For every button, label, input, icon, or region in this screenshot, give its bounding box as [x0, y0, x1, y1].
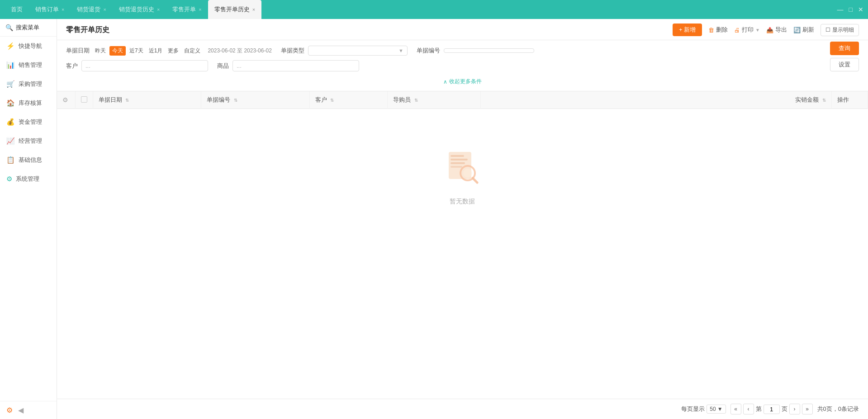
- export-icon: 📤: [766, 27, 773, 33]
- sidebar-item-sales-mgmt[interactable]: 📊 销售管理: [0, 56, 57, 75]
- content-area: 零售开单历史 + 新增 🗑 删除 🖨 打印 ▼ 📤 导出: [57, 19, 868, 419]
- settings-button[interactable]: 设置: [830, 58, 859, 71]
- export-button[interactable]: 📤 导出: [766, 26, 787, 34]
- product-label: 商品: [217, 62, 229, 70]
- guide-sort-icon[interactable]: ⇅: [414, 98, 418, 103]
- data-table: ⚙ 单据日期 ⇅ 单据编号 ⇅: [57, 91, 868, 242]
- tab-sales-order[interactable]: 销售订单 ×: [29, 0, 71, 19]
- customer-sort-icon[interactable]: ⇅: [330, 98, 334, 103]
- svg-rect-4: [451, 166, 462, 168]
- select-all-checkbox[interactable]: [81, 96, 87, 103]
- tab-retail-open-history[interactable]: 零售开单历史 ×: [208, 0, 261, 19]
- empty-text: 暂无数据: [450, 198, 475, 206]
- th-settings: ⚙: [57, 91, 75, 109]
- sidebar-item-basic-info[interactable]: 📋 基础信息: [0, 151, 57, 169]
- tab-sales-return-history[interactable]: 销货退货历史 ×: [113, 0, 166, 19]
- date-btn-more[interactable]: 更多: [166, 46, 180, 56]
- finance-icon: 💰: [6, 118, 15, 126]
- sidebar-item-system[interactable]: ⚙ 系统管理: [0, 169, 57, 188]
- sidebar-item-inventory[interactable]: 🏠 库存核算: [0, 94, 57, 113]
- tab-close-retail-open-history[interactable]: ×: [252, 7, 255, 12]
- th-customer: 客户 ⇅: [309, 91, 387, 109]
- sidebar-item-operations[interactable]: 📈 经营管理: [0, 132, 57, 151]
- date-btn-custom[interactable]: 自定义: [182, 46, 202, 56]
- sidebar-item-finance[interactable]: 💰 资金管理: [0, 113, 57, 132]
- collapse-btn[interactable]: ∧ 收起更多条件: [441, 76, 484, 87]
- search-icon: 🔍: [5, 24, 13, 31]
- print-button[interactable]: 🖨 打印 ▼: [734, 26, 760, 34]
- delete-button[interactable]: 🗑 删除: [708, 26, 728, 34]
- add-button[interactable]: + 新增: [673, 24, 702, 36]
- sidebar-item-label: 资金管理: [19, 118, 42, 126]
- doc-type-select[interactable]: ▼: [308, 46, 408, 56]
- main-layout: 🔍 搜索菜单 ⚡ 快捷导航 📊 销售管理 🛒 采购管理 🏠 库存核算 💰: [0, 19, 868, 419]
- customer-input[interactable]: ...: [81, 60, 208, 71]
- date-buttons: 昨天 今天 近7天 近1月 更多 自定义: [93, 46, 202, 56]
- sidebar-search[interactable]: 🔍 搜索菜单: [0, 19, 57, 37]
- collapse-label: 收起更多条件: [449, 78, 482, 85]
- tab-close-sales-return-history[interactable]: ×: [157, 7, 160, 12]
- page-size-select[interactable]: 50 ▼: [707, 405, 726, 414]
- customer-filter-group: 客户 ...: [66, 60, 208, 71]
- date-btn-today[interactable]: 今天: [109, 46, 126, 56]
- display-cols-button[interactable]: ☐ 显示明细: [821, 24, 859, 36]
- sidebar-search-label: 搜索菜单: [16, 24, 39, 32]
- window-max-btn[interactable]: □: [849, 6, 853, 13]
- tab-home[interactable]: 首页: [5, 0, 29, 19]
- purchase-mgmt-icon: 🛒: [6, 80, 15, 88]
- date-filter-group: 单据日期 昨天 今天 近7天 近1月 更多 自定义 2023-06-02 至 2…: [66, 46, 272, 56]
- doc-no-filter-group: 单据编号: [417, 47, 534, 55]
- svg-rect-1: [451, 155, 464, 157]
- tab-close-sales-return[interactable]: ×: [103, 7, 106, 12]
- query-button[interactable]: 查询: [830, 42, 859, 55]
- page-header: 零售开单历史 + 新增 🗑 删除 🖨 打印 ▼ 📤 导出: [57, 19, 868, 40]
- th-date: 单据日期 ⇅: [93, 91, 201, 109]
- window-min-btn[interactable]: —: [837, 6, 844, 13]
- doc-no-input[interactable]: [444, 48, 534, 53]
- doc-type-label: 单据类型: [281, 47, 304, 55]
- tab-close-retail-open[interactable]: ×: [199, 7, 201, 12]
- date-btn-yesterday[interactable]: 昨天: [93, 46, 108, 56]
- page-size-group: 每页显示 50 ▼: [681, 405, 726, 414]
- print-icon: 🖨: [734, 27, 740, 33]
- customer-label: 客户: [66, 62, 78, 70]
- tab-bar: 首页 销售订单 × 销货退货 × 销货退货历史 × 零售开单 × 零售开单历史 …: [0, 0, 868, 19]
- collapse-arrow-icon: ∧: [443, 79, 447, 85]
- per-page-label: 每页显示: [681, 405, 705, 413]
- product-input[interactable]: ...: [232, 60, 359, 71]
- tab-retail-open[interactable]: 零售开单 ×: [166, 0, 208, 19]
- svg-line-7: [473, 178, 477, 183]
- delete-icon: 🗑: [708, 27, 714, 33]
- date-btn-7days[interactable]: 近7天: [128, 46, 145, 56]
- sidebar-settings-icon[interactable]: ⚙: [6, 406, 13, 414]
- next-page-btn[interactable]: ›: [789, 404, 800, 414]
- refresh-button[interactable]: 🔄 刷新: [793, 26, 814, 34]
- window-close-btn[interactable]: ✕: [858, 6, 863, 13]
- amount-sort-icon[interactable]: ⇅: [822, 98, 826, 103]
- filter-area: 单据日期 昨天 今天 近7天 近1月 更多 自定义 2023-06-02 至 2…: [57, 40, 868, 91]
- sidebar-item-label: 采购管理: [19, 80, 42, 88]
- tab-sales-return[interactable]: 销货退货 ×: [71, 0, 112, 19]
- table-settings-icon[interactable]: ⚙: [62, 96, 68, 104]
- sidebar-item-label: 经营管理: [19, 137, 42, 145]
- sidebar-item-label: 系统管理: [16, 175, 39, 183]
- refresh-icon: 🔄: [793, 27, 801, 33]
- sidebar-collapse-icon[interactable]: ◀: [18, 406, 24, 414]
- first-page-btn[interactable]: «: [730, 404, 741, 414]
- th-actions: 操作: [832, 91, 868, 109]
- date-btn-1month[interactable]: 近1月: [147, 46, 165, 56]
- sidebar-item-label: 基础信息: [19, 156, 42, 164]
- date-sort-icon[interactable]: ⇅: [125, 98, 129, 103]
- last-page-btn[interactable]: »: [802, 404, 813, 414]
- prev-page-btn[interactable]: ‹: [743, 404, 754, 414]
- sidebar-item-quick-nav[interactable]: ⚡ 快捷导航: [0, 37, 57, 56]
- th-check: [75, 91, 93, 109]
- sidebar-item-label: 销售管理: [19, 61, 42, 69]
- tab-close-sales-order[interactable]: ×: [62, 7, 64, 12]
- page-num-input[interactable]: [764, 405, 780, 414]
- doc-type-arrow: ▼: [398, 48, 403, 53]
- sidebar-item-purchase-mgmt[interactable]: 🛒 采购管理: [0, 75, 57, 94]
- page-title: 零售开单历史: [66, 25, 109, 35]
- doc-no-sort-icon[interactable]: ⇅: [234, 98, 237, 103]
- table-wrapper: ⚙ 单据日期 ⇅ 单据编号 ⇅: [57, 91, 868, 399]
